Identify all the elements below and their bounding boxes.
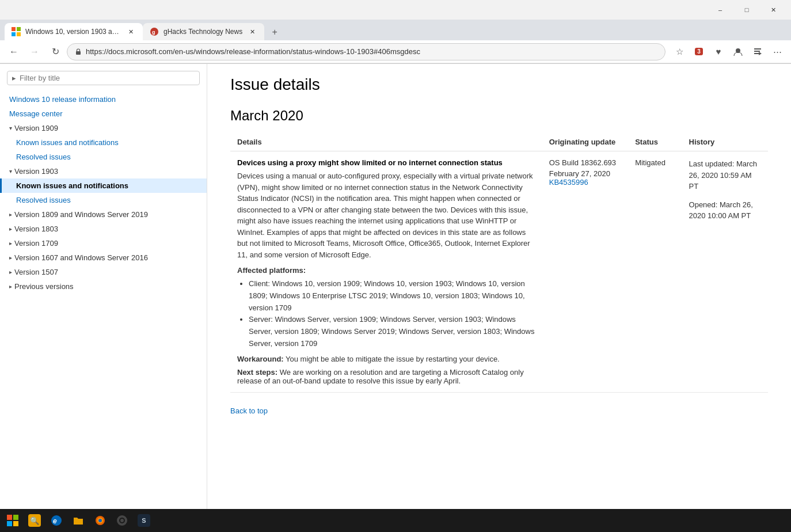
new-tab-button[interactable]: + [267,24,283,40]
chevron-right-icon-1507: ▸ [9,269,12,275]
tab-title-windows10: Windows 10, version 1903 and W [25,28,121,36]
issue-description: Devices using a manual or auto-configure… [237,172,533,259]
back-button[interactable]: ← [5,43,23,61]
sidebar-group-previous[interactable]: ▸ Previous versions [0,279,207,294]
main-content: Issue details March 2020 Details Origina… [207,64,791,532]
svg-text:g: g [152,29,155,35]
col-header-details: Details [230,133,542,151]
tab-favicon-ghacks: g [150,27,159,36]
tab-close-windows10[interactable]: ✕ [126,26,136,37]
status-badge: Mitigated [635,158,665,167]
sidebar-subitem-v1903-known[interactable]: Known issues and notifications [0,178,207,193]
svg-rect-1 [17,27,21,31]
svg-rect-8 [754,48,761,50]
sidebar-group-version1803[interactable]: ▸ Version 1803 [0,222,207,236]
filter-input[interactable] [20,74,195,82]
workaround-section: Workaround: You might be able to mitigat… [237,355,535,363]
tab-favicon-windows [12,27,21,36]
filter-box[interactable]: ▸ [7,71,200,85]
sidebar-item-message-center[interactable]: Message center [0,107,207,121]
svg-point-20 [98,519,102,522]
browser-chrome: – □ ✕ Windows 10, version 1903 and W ✕ g… [0,0,791,64]
firefox-taskbar-icon [94,514,107,527]
sidebar-group-version1909[interactable]: ▾ Version 1909 [0,121,207,135]
nav-icons: ☆ 3 ♥ ⋯ [670,43,786,61]
sidebar-group-version1903[interactable]: ▾ Version 1903 [0,164,207,178]
tab-windows10[interactable]: Windows 10, version 1903 and W ✕ [5,23,143,40]
affected-section: Affected platforms: Client: Windows 10, … [237,266,535,350]
svg-rect-12 [7,515,12,520]
originating-date: February 27, 2020 [549,169,621,178]
favorites-button[interactable]: ☆ [670,43,689,61]
sidebar-subitem-v1903-resolved[interactable]: Resolved issues [0,193,207,207]
back-to-top-link[interactable]: Back to top [230,406,268,415]
issue-details-cell: Devices using a proxy might show limited… [230,151,542,393]
col-header-history: History [682,133,768,151]
sidebar-item-win10-release[interactable]: Windows 10 release information [0,92,207,107]
nextsteps-label: Next steps: [237,368,277,377]
page-title: Issue details [230,75,768,94]
more-button[interactable]: ⋯ [768,43,786,61]
sidebar-subitem-v1909-known[interactable]: Known issues and notifications [0,135,207,150]
taskbar-start-button[interactable] [2,510,23,531]
nextsteps-section: Next steps: We are working on a resoluti… [237,368,535,385]
windows-start-icon [6,514,19,527]
collections-button[interactable]: ♥ [709,43,728,61]
affected-label: Affected platforms: [237,266,306,275]
chevron-right-icon-1709: ▸ [9,240,12,246]
minimize-button[interactable]: – [707,0,733,20]
chevron-right-icon-1809: ▸ [9,211,12,218]
tabs-bar: Windows 10, version 1903 and W ✕ g gHack… [0,20,791,40]
forward-button[interactable]: → [25,43,44,61]
taskbar-firefox-button[interactable] [90,510,111,531]
section-title: March 2020 [230,108,768,124]
sidebar-group-version1607[interactable]: ▸ Version 1607 and Windows Server 2016 [0,250,207,265]
affected-server: Server: Windows Server, version 1909; Wi… [249,314,535,349]
sidebar-group-version1507[interactable]: ▸ Version 1507 [0,265,207,279]
sidebar-subitem-v1909-resolved[interactable]: Resolved issues [0,150,207,164]
history-cell: Last updated: March 26, 2020 10:59 AM PT… [682,151,768,393]
tab-close-ghacks[interactable]: ✕ [247,26,257,37]
svg-point-23 [120,519,124,522]
extension-badge: 3 [695,48,703,55]
address-bar[interactable]: https://docs.microsoft.com/en-us/windows… [67,43,665,60]
chevron-down-icon-1903: ▾ [9,168,12,174]
svg-marker-11 [759,52,762,55]
page-layout: ▸ Windows 10 release information Message… [0,64,791,532]
col-header-originating: Originating update [542,133,628,151]
nextsteps-text: We are working on a resolution and are t… [237,368,524,385]
nav-bar: ← → ↻ https://docs.microsoft.com/en-us/w… [0,40,791,63]
history-opened: Opened: March 26, 2020 10:00 AM PT [689,199,761,222]
read-aloud-button[interactable] [748,43,767,61]
chevron-down-icon: ▾ [9,125,12,131]
taskbar-folder-button[interactable] [68,510,89,531]
chevron-right-icon-previous: ▸ [9,283,12,290]
sidebar-group-version1809[interactable]: ▸ Version 1809 and Windows Server 2019 [0,207,207,222]
extension-button[interactable]: 3 [690,43,708,61]
svg-rect-0 [12,27,16,31]
taskbar: 🔍 e S [0,509,791,532]
steam-taskbar-icon: S [138,514,150,527]
col-header-status: Status [628,133,682,151]
originating-cell: OS Build 18362.693 February 27, 2020 KB4… [542,151,628,393]
window-controls: – □ ✕ [707,0,786,20]
chevron-right-icon-1607: ▸ [9,254,12,261]
affected-client: Client: Windows 10, version 1909; Window… [249,278,535,314]
sidebar-group-version1709[interactable]: ▸ Version 1709 [0,236,207,250]
svg-text:e: e [53,517,57,525]
filter-icon: ▸ [12,74,16,82]
maximize-button[interactable]: □ [733,0,760,20]
tab-ghacks[interactable]: g gHacks Technology News ✕ [143,23,264,40]
taskbar-search-button[interactable]: 🔍 [24,510,45,531]
taskbar-edge-button[interactable]: e [46,510,67,531]
workaround-label: Workaround: [237,355,284,363]
close-button[interactable]: ✕ [760,0,786,20]
edge-taskbar-icon: e [50,514,63,527]
refresh-button[interactable]: ↻ [46,43,64,61]
history-last-updated: Last updated: March 26, 2020 10:59 AM PT [689,158,761,192]
taskbar-obs-button[interactable] [112,510,132,531]
svg-rect-13 [13,515,18,520]
profile-button[interactable] [729,43,747,61]
taskbar-steam-button[interactable]: S [134,510,154,531]
kb-link[interactable]: KB4535996 [549,178,588,187]
